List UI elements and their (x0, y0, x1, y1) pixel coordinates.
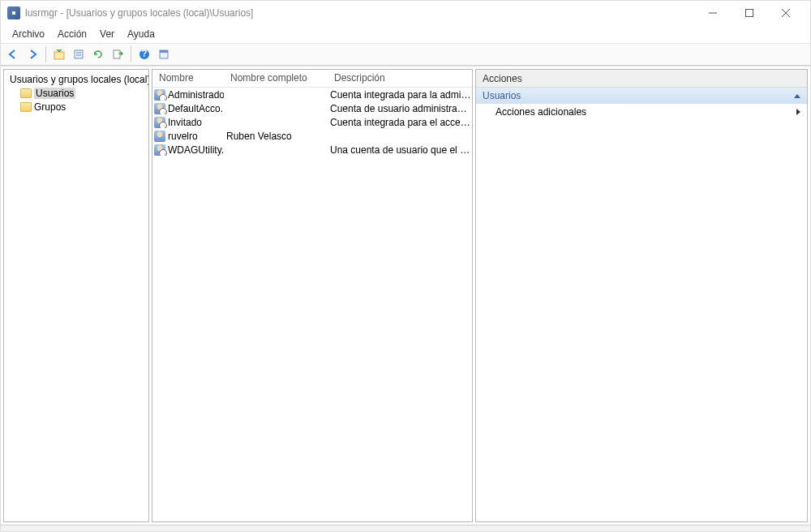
tree-users-label: Usuarios (34, 88, 75, 99)
properties-button[interactable] (70, 45, 88, 63)
user-name: ruvelro (168, 131, 198, 142)
list-body: AdministradorCuenta integrada para la ad… (152, 88, 472, 521)
svg-rect-4 (54, 52, 64, 59)
user-icon (154, 103, 165, 114)
column-name[interactable]: Nombre (152, 70, 224, 87)
window-title: lusrmgr - [Usuarios y grupos locales (lo… (25, 7, 253, 19)
view-button[interactable] (155, 45, 173, 63)
svg-rect-12 (160, 50, 168, 53)
user-description: Cuenta de usuario administrada p... (328, 103, 472, 114)
collapse-icon (794, 94, 800, 98)
svg-rect-8 (114, 50, 120, 58)
back-button[interactable] (4, 45, 22, 63)
actions-additional[interactable]: Acciones adicionales (476, 104, 807, 120)
column-fullname[interactable]: Nombre completo (224, 70, 328, 87)
statusbar (1, 525, 810, 531)
tree-groups[interactable]: Grupos (6, 100, 147, 114)
chevron-right-icon (796, 109, 800, 115)
list-row[interactable]: ruvelroRuben Velasco (152, 129, 472, 143)
tree-root[interactable]: Usuarios y grupos locales (local) (6, 72, 147, 86)
tree-panel: Usuarios y grupos locales (local) Usuari… (3, 69, 149, 522)
tree-users[interactable]: Usuarios (6, 86, 147, 100)
column-description[interactable]: Descripción (328, 70, 472, 87)
user-description: Cuenta integrada para la administ... (328, 89, 472, 101)
user-description: Una cuenta de usuario que el siste... (328, 144, 472, 156)
tree-groups-label: Grupos (34, 101, 66, 113)
user-icon (154, 144, 165, 156)
refresh-button[interactable] (89, 45, 107, 63)
maximize-button[interactable] (731, 2, 767, 24)
close-button[interactable] (767, 2, 804, 24)
list-row[interactable]: AdministradorCuenta integrada para la ad… (152, 88, 472, 101)
user-description: Cuenta integrada para el acceso c... (328, 117, 472, 128)
menu-help[interactable]: Ayuda (121, 27, 161, 41)
app-icon (7, 6, 20, 19)
menu-file[interactable]: Archivo (6, 27, 51, 41)
export-button[interactable] (109, 45, 127, 63)
menu-action[interactable]: Acción (51, 27, 93, 41)
user-name: WDAGUtility... (168, 144, 224, 156)
user-icon (154, 131, 165, 142)
actions-panel: Acciones Usuarios Acciones adicionales (475, 69, 808, 522)
svg-rect-5 (75, 50, 83, 58)
menubar: Archivo Acción Ver Ayuda (1, 25, 810, 43)
user-icon (154, 117, 165, 128)
svg-text:?: ? (141, 49, 147, 59)
svg-rect-1 (745, 10, 753, 17)
titlebar: lusrmgr - [Usuarios y grupos locales (lo… (1, 1, 810, 25)
tree-root-label: Usuarios y grupos locales (local) (10, 74, 149, 85)
actions-section-label: Usuarios (483, 90, 521, 101)
content-area: Usuarios y grupos locales (local) Usuari… (1, 66, 810, 525)
user-icon (154, 89, 165, 101)
up-button[interactable] (50, 45, 68, 63)
actions-section-users[interactable]: Usuarios (476, 88, 807, 104)
user-fullname: Ruben Velasco (224, 131, 328, 142)
list-row[interactable]: WDAGUtility...Una cuenta de usuario que … (152, 143, 472, 157)
user-name: Invitado (168, 117, 202, 128)
folder-icon (20, 102, 32, 112)
help-button[interactable]: ? (135, 45, 153, 63)
toolbar: ? (1, 43, 810, 66)
user-name: DefaultAcco... (168, 103, 224, 114)
forward-button[interactable] (24, 45, 41, 63)
user-name: Administrador (168, 89, 224, 101)
actions-additional-label: Acciones adicionales (496, 106, 586, 118)
minimize-button[interactable] (694, 2, 731, 24)
list-header: Nombre Nombre completo Descripción (152, 70, 472, 88)
list-row[interactable]: DefaultAcco...Cuenta de usuario administ… (152, 101, 472, 115)
list-row[interactable]: InvitadoCuenta integrada para el acceso … (152, 115, 472, 129)
menu-view[interactable]: Ver (93, 27, 121, 41)
list-panel: Nombre Nombre completo Descripción Admin… (152, 69, 473, 522)
actions-header: Acciones (476, 70, 807, 88)
folder-icon (20, 88, 32, 98)
